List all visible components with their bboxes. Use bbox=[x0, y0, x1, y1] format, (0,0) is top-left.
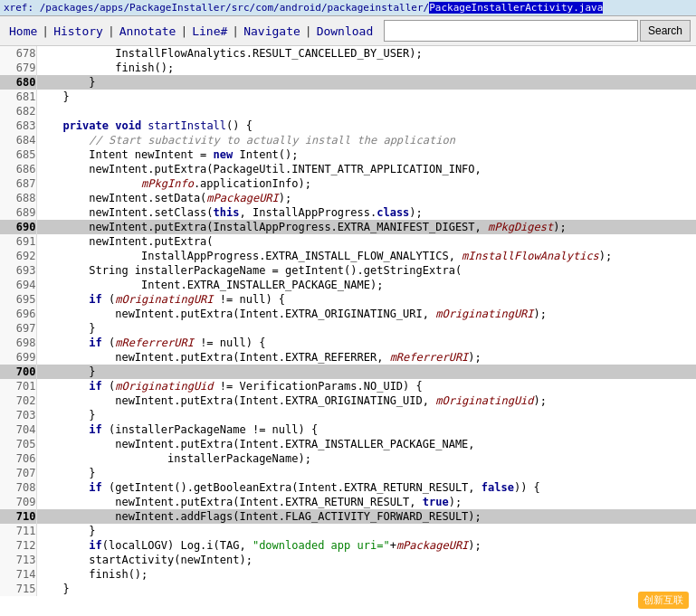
table-row: 706 installerPackageName); bbox=[0, 451, 696, 466]
line-number: 685 bbox=[0, 147, 36, 162]
line-number: 695 bbox=[0, 292, 36, 307]
table-row: 696 newIntent.putExtra(Intent.EXTRA_ORIG… bbox=[0, 307, 696, 321]
code-token: mInstallFlowAnalytics bbox=[462, 250, 599, 262]
line-number: 686 bbox=[0, 162, 36, 176]
line-code: Intent newIntent = new Intent(); bbox=[36, 147, 696, 162]
code-token: (installerPackageName != null) { bbox=[102, 423, 318, 436]
code-token: ( bbox=[102, 380, 115, 393]
code-token: ); bbox=[534, 394, 547, 407]
nav-download[interactable]: Download bbox=[313, 23, 377, 40]
nav-home[interactable]: Home bbox=[5, 23, 41, 40]
code-token: class bbox=[377, 206, 409, 219]
code-token: } bbox=[37, 525, 96, 537]
code-token: if bbox=[89, 539, 101, 552]
code-token: != null) { bbox=[194, 336, 265, 349]
code-token bbox=[37, 119, 63, 132]
code-token: new bbox=[214, 148, 234, 161]
code-token: ); bbox=[553, 221, 566, 233]
line-number: 692 bbox=[0, 249, 36, 263]
line-code: // Start subactivity to actually install… bbox=[36, 133, 696, 147]
table-row: 682 bbox=[0, 104, 696, 118]
nav-line[interactable]: Line# bbox=[188, 23, 231, 40]
table-row: 690 newIntent.putExtra(InstallAppProgres… bbox=[0, 220, 696, 234]
line-number: 707 bbox=[0, 466, 36, 480]
nav-sep-2: | bbox=[107, 24, 116, 38]
code-area: 678 InstallFlowAnalytics.RESULT_CANCELLE… bbox=[0, 46, 696, 596]
code-token: newIntent.putExtra(Intent.EXTRA_ORIGINAT… bbox=[37, 394, 436, 407]
line-code: } bbox=[36, 582, 696, 596]
line-number: 690 bbox=[0, 220, 36, 234]
code-token: finish(); bbox=[37, 62, 175, 74]
nav-navigate[interactable]: Navigate bbox=[240, 23, 304, 40]
code-token: )) { bbox=[514, 481, 540, 494]
search-button[interactable]: Search bbox=[640, 20, 691, 42]
line-code: newIntent.putExtra(Intent.EXTRA_RETURN_R… bbox=[36, 495, 696, 509]
code-token: } bbox=[37, 409, 96, 422]
line-number: 697 bbox=[0, 321, 36, 336]
code-token: true bbox=[423, 496, 449, 508]
line-number: 703 bbox=[0, 408, 36, 422]
table-row: 683 private void startInstall() { bbox=[0, 118, 696, 133]
code-token: (getIntent().getBooleanExtra(Intent.EXTR… bbox=[102, 481, 481, 494]
table-row: 681 } bbox=[0, 90, 696, 104]
table-row: 714 finish(); bbox=[0, 567, 696, 582]
code-token: + bbox=[390, 539, 396, 552]
line-code: if(localLOGV) Log.i(TAG, "downloaded app… bbox=[36, 538, 696, 553]
search-input[interactable] bbox=[384, 20, 638, 42]
code-token: mReferrerURI bbox=[390, 351, 469, 364]
code-token: mPackageURI bbox=[396, 539, 468, 552]
code-token: InstallFlowAnalytics.RESULT_CANCELLED_BY… bbox=[37, 47, 423, 60]
line-code: newIntent.putExtra(PackageUtil.INTENT_AT… bbox=[36, 162, 696, 176]
line-number: 708 bbox=[0, 480, 36, 495]
code-token: } bbox=[37, 90, 70, 103]
code-token: newIntent.setData( bbox=[37, 192, 207, 204]
code-token: () { bbox=[226, 119, 253, 132]
line-number: 693 bbox=[0, 263, 36, 278]
code-token: if bbox=[89, 380, 101, 393]
line-code: newIntent.putExtra(Intent.EXTRA_REFERRER… bbox=[36, 350, 696, 365]
table-row: 704 if (installerPackageName != null) { bbox=[0, 422, 696, 437]
breadcrumb-prefix: xref: /packages/apps/PackageInstaller/sr… bbox=[4, 2, 429, 14]
table-row: 691 newIntent.putExtra( bbox=[0, 234, 696, 249]
code-token: , InstallAppProgress. bbox=[239, 206, 377, 219]
code-token: newIntent.putExtra(InstallAppProgress.EX… bbox=[37, 221, 489, 233]
nav-bar: Home | History | Annotate | Line# | Navi… bbox=[0, 16, 696, 46]
line-code: } bbox=[36, 365, 696, 379]
code-token: mPkgInfo bbox=[141, 177, 194, 190]
line-code: if (getIntent().getBooleanExtra(Intent.E… bbox=[36, 480, 696, 495]
line-code: finish(); bbox=[36, 61, 696, 75]
table-row: 680 } bbox=[0, 75, 696, 90]
code-token: Intent newIntent = bbox=[37, 148, 214, 161]
code-token bbox=[37, 293, 90, 306]
nav-history[interactable]: History bbox=[50, 23, 107, 40]
breadcrumb-highlight: PackageInstallerActivity.java bbox=[429, 2, 603, 14]
table-row: 702 newIntent.putExtra(Intent.EXTRA_ORIG… bbox=[0, 393, 696, 408]
code-token: ( bbox=[102, 336, 115, 349]
nav-annotate[interactable]: Annotate bbox=[116, 23, 180, 40]
line-number: 701 bbox=[0, 379, 36, 393]
line-code: } bbox=[36, 408, 696, 422]
line-code: } bbox=[36, 75, 696, 90]
code-token: newIntent.addFlags(Intent.FLAG_ACTIVITY_… bbox=[37, 510, 481, 523]
code-token: void bbox=[115, 119, 141, 132]
line-number: 694 bbox=[0, 278, 36, 292]
code-token: "downloaded app uri=" bbox=[253, 539, 390, 552]
line-number: 678 bbox=[0, 46, 36, 61]
line-code: newIntent.putExtra(Intent.EXTRA_INSTALLE… bbox=[36, 437, 696, 451]
line-number: 711 bbox=[0, 524, 36, 538]
code-token: ); bbox=[449, 496, 462, 508]
line-number: 713 bbox=[0, 553, 36, 567]
nav-sep-5: | bbox=[304, 24, 313, 38]
line-code: newIntent.putExtra(InstallAppProgress.EX… bbox=[36, 220, 696, 234]
code-token: ); bbox=[409, 206, 422, 219]
code-table: 678 InstallFlowAnalytics.RESULT_CANCELLE… bbox=[0, 46, 696, 596]
code-token: mReferrerURI bbox=[115, 336, 194, 349]
code-token: this bbox=[214, 206, 240, 219]
code-token: } bbox=[37, 76, 96, 89]
code-token: mPkgDigest bbox=[488, 221, 553, 233]
line-number: 679 bbox=[0, 61, 36, 75]
code-token: if bbox=[89, 293, 101, 306]
table-row: 708 if (getIntent().getBooleanExtra(Inte… bbox=[0, 480, 696, 495]
nav-sep-1: | bbox=[41, 24, 50, 38]
line-code: if (installerPackageName != null) { bbox=[36, 422, 696, 437]
